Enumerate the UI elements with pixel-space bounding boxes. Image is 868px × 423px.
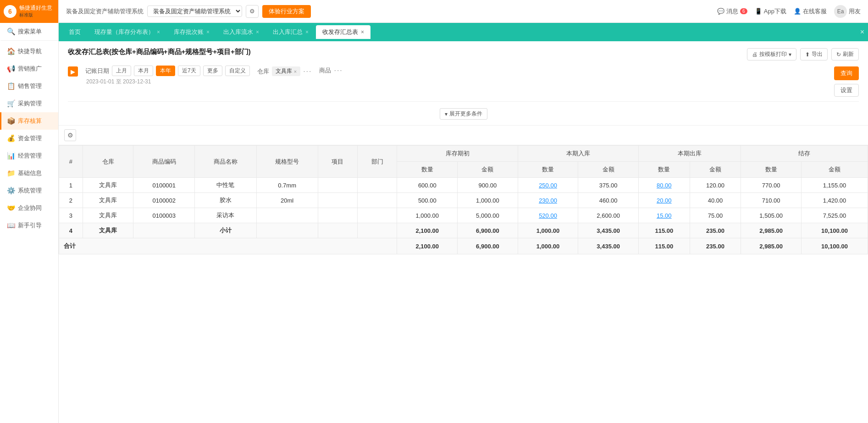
date-btn-this-month[interactable]: 本月	[134, 66, 153, 76]
footer-balance-amt: 10,100.00	[801, 238, 868, 254]
cell-goods-spec	[256, 208, 318, 223]
filter-expand-arrow[interactable]: ▶	[68, 66, 78, 77]
date-btn-last-month[interactable]: 上月	[112, 66, 131, 76]
cell-warehouse: 文具库	[83, 178, 133, 193]
cell-goods-name: 中性笔	[195, 178, 256, 193]
export-icon: ⬆	[805, 51, 810, 58]
settings-side-button[interactable]: 设置	[834, 84, 859, 97]
sidebar-item-sales[interactable]: 📋 销售管理	[0, 77, 58, 95]
th-opening-amt: 金额	[458, 162, 518, 178]
sidebar-item-marketing[interactable]: 📢 营销推广	[0, 60, 58, 77]
tab-inventory-dist[interactable]: 现存量（库存分布表） ×	[88, 25, 166, 39]
th-out-amt: 金额	[690, 162, 741, 178]
tab-batch[interactable]: 库存批次账 ×	[167, 25, 216, 39]
tab-close-inventory-dist[interactable]: ×	[157, 29, 160, 35]
goods-dots[interactable]: ···	[334, 66, 343, 75]
tab-close-batch[interactable]: ×	[206, 29, 210, 35]
tab-inout-flow[interactable]: 出入库流水 ×	[217, 25, 265, 39]
cell-out-qty[interactable]: 80.00	[638, 178, 690, 193]
message-item[interactable]: 💬 消息 6	[717, 7, 747, 16]
cell-in-qty[interactable]: 230.00	[518, 193, 578, 208]
cell-goods-spec: 0.7mm	[256, 178, 318, 193]
cell-balance-amt: 7,525.00	[801, 208, 868, 223]
logo-icon: 6	[4, 5, 17, 18]
th-balance-qty: 数量	[741, 162, 802, 178]
search-menu-item[interactable]: 🔍 搜索菜单	[0, 23, 58, 41]
cell-in-amt: 375.00	[578, 178, 639, 193]
th-out-group: 本期出库	[638, 146, 741, 162]
date-btn-more[interactable]: 更多	[203, 66, 222, 76]
online-service-item[interactable]: 👤 在线客服	[794, 7, 827, 16]
th-dept: 部门	[358, 146, 397, 178]
cell-goods-code: 0100003	[133, 208, 195, 223]
export-button[interactable]: ⬆ 导出	[800, 48, 828, 60]
refresh-button[interactable]: ↻ 刷新	[831, 48, 859, 60]
cell-goods-spec	[256, 223, 318, 238]
table-config-icon[interactable]: ⚙	[64, 129, 76, 141]
search-icon: 🔍	[7, 27, 15, 36]
sidebar-item-enterprise[interactable]: 🤝 企业协同	[0, 199, 58, 217]
cell-in-amt: 2,600.00	[578, 208, 639, 223]
cell-opening-qty: 600.00	[397, 178, 458, 193]
date-label: 记账日期	[85, 67, 109, 75]
tab-close-inout-summary[interactable]: ×	[305, 29, 309, 35]
th-in-group: 本期入库	[518, 146, 638, 162]
cell-opening-qty: 500.00	[397, 193, 458, 208]
cell-in-qty[interactable]: 520.00	[518, 208, 578, 223]
th-balance-amt: 金额	[801, 162, 868, 178]
print-button[interactable]: 🖨 按模板打印 ▾	[747, 48, 796, 60]
cell-project	[318, 223, 357, 238]
cell-out-amt: 120.00	[690, 178, 741, 193]
system-icon: ⚙️	[7, 187, 15, 195]
date-filter: 记账日期 上月 本月 本年 近7天 更多 自定义 2023-01-01 至 20…	[85, 66, 250, 86]
date-btn-7days[interactable]: 近7天	[178, 66, 200, 76]
query-button[interactable]: 查询	[834, 66, 859, 80]
expand-icon: ▾	[445, 111, 448, 117]
system-title: 装备及固定资产辅助管理系统	[66, 7, 144, 16]
tab-inout-summary[interactable]: 出入库汇总 ×	[266, 25, 315, 39]
warehouse-dots[interactable]: ···	[303, 67, 312, 76]
warehouse-tag-close[interactable]: ×	[294, 69, 297, 74]
th-project: 项目	[318, 146, 357, 178]
app-download-item[interactable]: 📱 App下载	[755, 7, 786, 16]
sidebar-item-operations[interactable]: 📊 经营管理	[0, 147, 58, 165]
tabs-close-all[interactable]: ×	[860, 28, 864, 36]
warehouse-tag: 文具库 ×	[272, 66, 300, 76]
tabs-bar: 首页 现存量（库存分布表） × 库存批次账 × 出入库流水 × 出入库汇总 × …	[59, 23, 868, 41]
tab-home[interactable]: 首页	[62, 25, 87, 39]
cell-out-amt: 75.00	[690, 208, 741, 223]
user-item[interactable]: Ea 用友	[834, 5, 861, 18]
tab-close-receive-summary[interactable]: ×	[361, 29, 364, 35]
cell-goods-name: 采访本	[195, 208, 256, 223]
cell-in-qty[interactable]: 250.00	[518, 178, 578, 193]
sidebar-item-basic[interactable]: 📁 基础信息	[0, 165, 58, 182]
main-area: 装备及固定资产辅助管理系统 装备及固定资产辅助管理系统 ⚙ 体验行业方案 💬 消…	[59, 0, 868, 423]
cell-out-amt: 235.00	[690, 223, 741, 238]
sidebar-item-system[interactable]: ⚙️ 系统管理	[0, 182, 58, 199]
tab-close-inout-flow[interactable]: ×	[256, 29, 259, 35]
cell-goods-name: 胶水	[195, 193, 256, 208]
cell-out-qty[interactable]: 15.00	[638, 208, 690, 223]
sidebar-item-quicknav[interactable]: 🏠 快捷导航	[0, 43, 58, 60]
date-btn-this-year[interactable]: 本年	[156, 66, 175, 76]
cell-balance-qty: 710.00	[741, 193, 802, 208]
cell-in-amt: 3,435.00	[578, 223, 639, 238]
sidebar-item-purchase[interactable]: 🛒 采购管理	[0, 95, 58, 112]
cell-project	[318, 193, 357, 208]
print-icon: 🖨	[752, 51, 757, 58]
settings-gear-icon[interactable]: ⚙	[246, 5, 259, 18]
purchase-icon: 🛒	[7, 99, 15, 108]
th-balance-group: 结存	[741, 146, 868, 162]
sidebar-item-inventory[interactable]: 📦 库存核算	[0, 112, 58, 130]
system-select[interactable]: 装备及固定资产辅助管理系统	[147, 5, 242, 17]
th-opening-qty: 数量	[397, 162, 458, 178]
cell-warehouse: 文具库	[83, 208, 133, 223]
sidebar-item-finance[interactable]: 💰 资金管理	[0, 130, 58, 147]
expand-conditions-button[interactable]: ▾ 展开更多条件	[440, 108, 487, 120]
trial-button[interactable]: 体验行业方案	[262, 5, 311, 18]
basic-icon: 📁	[7, 169, 15, 177]
tab-receive-summary[interactable]: 收发存汇总表 ×	[316, 25, 370, 39]
date-btn-custom[interactable]: 自定义	[225, 66, 250, 76]
sidebar-item-newbie[interactable]: 📖 新手引导	[0, 217, 58, 234]
cell-out-qty[interactable]: 20.00	[638, 193, 690, 208]
